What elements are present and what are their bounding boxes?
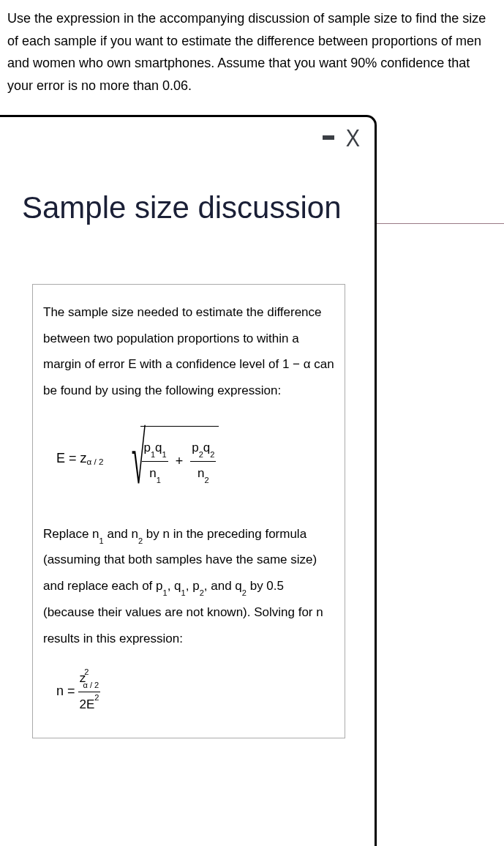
close-icon[interactable]: X xyxy=(346,130,360,145)
formula-2: n = z2α / 2 2E2 xyxy=(56,666,334,716)
formula-1: E = zα / 2 √ p1q1 n1 + p2q2 n2 xyxy=(56,426,334,492)
divider xyxy=(377,223,504,224)
question-text: Use the expression in the accompanying d… xyxy=(0,0,504,97)
paragraph-2: Replace n1 and n2 by n in the preceding … xyxy=(43,521,334,651)
paragraph-1: The sample size needed to estimate the d… xyxy=(43,299,334,404)
modal-title: Sample size discussion xyxy=(22,190,353,225)
discussion-modal: X Sample size discussion The sample size… xyxy=(0,115,377,846)
minimize-icon[interactable] xyxy=(323,135,334,140)
content-box: The sample size needed to estimate the d… xyxy=(32,284,345,738)
